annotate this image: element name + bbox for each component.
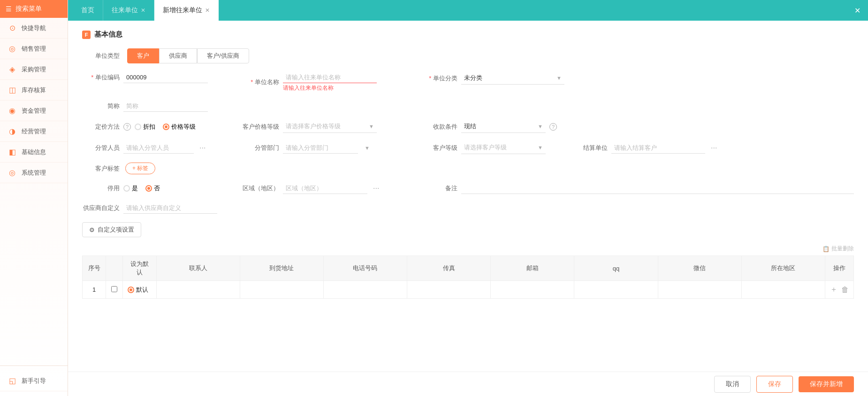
system-icon: ◎ — [8, 168, 17, 177]
batch-delete-label[interactable]: 批量删除 — [831, 245, 854, 253]
unit-type-label: 单位类型 — [82, 52, 120, 60]
payment-help-icon[interactable]: ? — [549, 123, 557, 131]
tab-partner-close[interactable]: ✕ — [141, 8, 145, 13]
manager-input[interactable] — [123, 142, 194, 154]
disabled-radio-yes[interactable]: 是 — [123, 184, 138, 193]
sidebar-item-label: 基础信息 — [22, 148, 46, 156]
disabled-radio-no[interactable]: 否 — [145, 184, 160, 193]
sidebar-bottom: ◱ 新手引导 — [0, 365, 68, 396]
disabled-label: 停用 — [82, 184, 120, 193]
contact-input[interactable] — [161, 286, 235, 293]
pricing-radio-discount[interactable]: 折扣 — [135, 123, 155, 131]
pricing-help-icon[interactable]: ? — [123, 123, 131, 131]
settlement-input[interactable] — [611, 142, 705, 154]
sidebar-item-basic-info[interactable]: ◧ 基础信息 — [0, 142, 68, 163]
pricing-radio-level[interactable]: 价格等级 — [163, 123, 196, 131]
purchase-icon: ◈ — [8, 65, 17, 74]
unit-name-error: 请输入往来单位名称 — [283, 84, 420, 92]
add-row-btn[interactable]: ＋ — [830, 285, 838, 295]
cell-email[interactable] — [491, 281, 574, 299]
form-content: F 基本信息 单位类型 客户 供应商 客户/供应商 单位编码 单位名称 — [68, 21, 868, 372]
unit-code-input[interactable] — [123, 72, 208, 83]
custom-settings-button[interactable]: ⚙ 自定义项设置 — [82, 222, 141, 237]
unit-btn-customer[interactable]: 客户 — [127, 48, 159, 63]
email-input[interactable] — [495, 286, 569, 293]
tab-new-partner-close[interactable]: ✕ — [205, 8, 210, 13]
settlement-more-btn[interactable]: ··· — [709, 144, 719, 152]
qq-input[interactable] — [579, 286, 653, 293]
tab-bar-close-btn[interactable]: ✕ — [854, 6, 860, 15]
contacts-table: 序号 设为默认 联系人 到货地址 电话号码 传真 邮箱 qq 微信 所在地区 操… — [82, 256, 854, 299]
unit-category-select[interactable]: 未分类 ▼ — [461, 72, 564, 85]
unit-btn-supplier[interactable]: 供应商 — [159, 48, 197, 63]
sidebar-item-label: 销售管理 — [22, 45, 46, 53]
wechat-input[interactable] — [663, 286, 737, 293]
section-title-text: 基本信息 — [94, 30, 122, 39]
customer-price-level-field: 客户价格等级 请选择客户价格等级 ▼ — [242, 120, 420, 133]
sidebar-item-guide[interactable]: ◱ 新手引导 — [0, 371, 68, 391]
short-name-field: 简称 — [82, 101, 242, 112]
sidebar-search-label: 搜索菜单 — [15, 5, 42, 13]
cell-fax[interactable] — [407, 281, 491, 299]
unit-type-row: 单位类型 客户 供应商 客户/供应商 — [82, 48, 854, 63]
save-new-button[interactable]: 保存并新增 — [799, 376, 854, 392]
remark-input[interactable] — [461, 183, 854, 194]
manager-more-btn[interactable]: ··· — [198, 144, 207, 152]
add-tag-button[interactable]: + 标签 — [125, 163, 155, 174]
finance-icon: ◉ — [8, 106, 17, 115]
row-checkbox[interactable] — [111, 286, 117, 292]
sidebar-item-system[interactable]: ◎ 系统管理 — [0, 163, 68, 183]
col-email: 邮箱 — [491, 256, 574, 281]
col-checkbox — [106, 256, 123, 281]
sidebar-item-finance[interactable]: ◉ 资金管理 — [0, 101, 68, 121]
tab-home[interactable]: 首页 — [73, 0, 103, 21]
save-button[interactable]: 保存 — [756, 376, 793, 393]
unit-btn-both[interactable]: 客户/供应商 — [197, 48, 249, 63]
sidebar-item-sales[interactable]: ◎ 销售管理 — [0, 39, 68, 59]
tab-partner[interactable]: 往来单位 ✕ — [103, 0, 154, 21]
cancel-button[interactable]: 取消 — [714, 376, 751, 393]
code-name-cat-row: 单位编码 单位名称 请输入往来单位名称 单位分类 未分类 ▼ — [82, 72, 854, 92]
address-input[interactable] — [245, 286, 319, 293]
tab-new-partner-label: 新增往来单位 — [163, 6, 202, 15]
discount-radio-circle — [135, 124, 141, 130]
phone-input[interactable] — [328, 286, 402, 293]
sidebar-item-purchase[interactable]: ◈ 采购管理 — [0, 59, 68, 80]
sidebar-item-quick-nav[interactable]: ⊙ 快捷导航 — [0, 18, 68, 39]
customer-price-level-select[interactable]: 请选择客户价格等级 ▼ — [283, 120, 377, 133]
cell-wechat[interactable] — [658, 281, 741, 299]
department-select[interactable]: ▼ — [362, 143, 371, 153]
short-name-input[interactable] — [123, 101, 208, 112]
customer-level-select[interactable]: 请选择客户等级 ▼ — [461, 141, 546, 154]
region-more-btn[interactable]: ··· — [371, 184, 381, 193]
disabled-field: 停用 是 否 — [82, 184, 242, 193]
sidebar-item-inventory[interactable]: ◫ 库存核算 — [0, 80, 68, 101]
settings-gear-icon: ⚙ — [89, 226, 95, 233]
delete-row-btn[interactable]: 🗑 — [841, 286, 849, 294]
cell-phone[interactable] — [323, 281, 407, 299]
cell-qq[interactable] — [574, 281, 658, 299]
department-input[interactable] — [283, 142, 358, 154]
sidebar-search[interactable]: ☰ 搜索菜单 — [0, 0, 68, 18]
supplier-custom-input[interactable] — [123, 202, 217, 214]
cell-region[interactable] — [741, 281, 825, 299]
sidebar: ☰ 搜索菜单 ⊙ 快捷导航 ◎ 销售管理 ◈ 采购管理 ◫ 库存核算 ◉ 资金管… — [0, 0, 68, 396]
customer-tag-row: 客户标签 + 标签 — [82, 163, 854, 174]
cell-checkbox[interactable] — [106, 281, 123, 299]
manager-field: 分管人员 ··· — [82, 142, 242, 154]
unit-category-field: 单位分类 未分类 ▼ — [420, 72, 854, 85]
payment-terms-value: 现结 — [464, 122, 476, 131]
cell-contact[interactable] — [156, 281, 240, 299]
fax-input[interactable] — [412, 286, 486, 293]
table-region-input[interactable] — [746, 286, 820, 293]
region-input[interactable] — [283, 183, 367, 194]
default-radio[interactable]: 默认 — [128, 286, 152, 294]
sidebar-item-operations[interactable]: ◑ 经营管理 — [0, 121, 68, 142]
cell-address[interactable] — [240, 281, 323, 299]
tab-new-partner[interactable]: 新增往来单位 ✕ — [154, 0, 219, 21]
unit-name-input[interactable] — [283, 72, 377, 83]
sidebar-item-label: 库存核算 — [22, 86, 46, 94]
level-label: 价格等级 — [171, 123, 196, 131]
payment-terms-select[interactable]: 现结 ▼ — [461, 120, 546, 133]
table-row: 1 默认 — [83, 281, 854, 299]
